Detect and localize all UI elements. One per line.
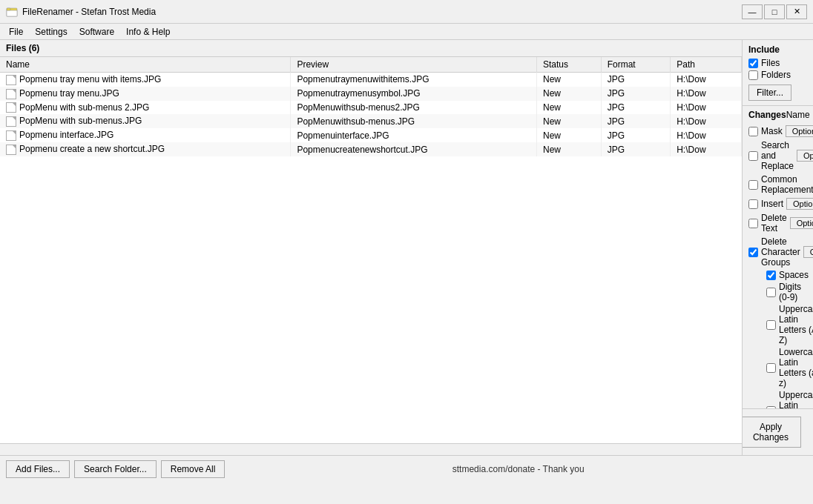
changes-title: Changes xyxy=(748,110,786,120)
filter-button[interactable]: Filter... xyxy=(748,84,791,101)
cell-status: New xyxy=(536,128,601,142)
window-title: FileRenamer - Stefan Trost Media xyxy=(22,7,742,17)
cell-name: Popmenu interface.JPG xyxy=(0,128,291,142)
changes-section: Changes Name ▲ ▼ Mask Options Search and… xyxy=(743,106,813,408)
cell-format: JPG xyxy=(601,101,671,115)
remove-all-button[interactable]: Remove All xyxy=(161,460,226,478)
col-preview: Preview xyxy=(291,57,537,73)
menu-file[interactable]: File xyxy=(3,25,29,39)
change-row: Delete Character Groups Options xyxy=(743,235,813,269)
close-button[interactable]: ✕ xyxy=(786,4,807,19)
table-header-row: Name Preview Status Format Path xyxy=(0,57,742,73)
col-status: Status xyxy=(536,57,601,73)
cell-preview: PopMenuwithsub-menus.JPG xyxy=(291,114,537,128)
sub-label[interactable]: Lowercase Latin Letters (a-z) xyxy=(779,347,813,388)
change-label[interactable]: Delete Text xyxy=(761,213,787,233)
svg-rect-2 xyxy=(7,8,10,10)
change-label[interactable]: Insert xyxy=(761,199,783,209)
cell-name: PopMenu with sub-menus 2.JPG xyxy=(0,101,291,115)
sub-checkbox-row: Uppercase Latin Diacritics (ÀÁÂ...) xyxy=(743,389,813,408)
changes-list[interactable]: Mask Options Search and Replace Options … xyxy=(743,122,813,408)
options-button[interactable]: Options xyxy=(786,125,813,137)
change-checkbox[interactable] xyxy=(748,180,758,190)
change-label[interactable]: Search and Replace xyxy=(761,140,794,171)
menu-settings[interactable]: Settings xyxy=(29,25,73,39)
folders-label[interactable]: Folders xyxy=(761,70,791,80)
sub-checkbox-row: Uppercase Latin Letters (A-Z) xyxy=(743,303,813,346)
folders-checkbox[interactable] xyxy=(748,70,758,80)
menu-software[interactable]: Software xyxy=(73,25,120,39)
cell-preview: Popmenutraymenuwithitems.JPG xyxy=(291,73,537,87)
file-icon xyxy=(6,102,16,113)
options-button[interactable]: Options xyxy=(803,246,813,258)
cell-path: H:\Dow xyxy=(671,87,742,101)
change-row: Common Replacements Options xyxy=(743,173,813,196)
options-button[interactable]: Options xyxy=(786,198,813,210)
change-label[interactable]: Delete Character Groups xyxy=(761,236,800,268)
table-row[interactable]: PopMenu with sub-menus 2.JPG PopMenuwith… xyxy=(0,101,742,115)
change-row: Mask Options xyxy=(743,124,813,139)
maximize-button[interactable]: □ xyxy=(764,4,785,19)
cell-status: New xyxy=(536,142,601,156)
sub-checkbox[interactable] xyxy=(766,320,776,330)
sub-label[interactable]: Spaces xyxy=(779,270,809,280)
menu-info-help[interactable]: Info & Help xyxy=(120,25,176,39)
change-checkbox[interactable] xyxy=(748,151,758,161)
cell-name: PopMenu with sub-menus.JPG xyxy=(0,114,291,128)
changes-header: Changes Name ▲ ▼ xyxy=(743,106,813,122)
files-label[interactable]: Files xyxy=(761,58,780,68)
change-checkbox[interactable] xyxy=(748,219,758,228)
sub-checkbox-row: Lowercase Latin Letters (a-z) xyxy=(743,346,813,389)
table-row[interactable]: PopMenu with sub-menus.JPG PopMenuwithsu… xyxy=(0,114,742,128)
cell-status: New xyxy=(536,87,601,101)
file-icon xyxy=(6,75,16,85)
cell-preview: PopMenuwithsub-menus2.JPG xyxy=(291,101,537,115)
changes-scroll-area: Mask Options Search and Replace Options … xyxy=(743,122,813,408)
sub-checkbox[interactable] xyxy=(766,271,776,280)
cell-preview: Popmenucreatenewshortcut.JPG xyxy=(291,142,537,156)
cell-status: New xyxy=(536,101,601,115)
cell-preview: Popmenutraymenusymbol.JPG xyxy=(291,87,537,101)
horizontal-scrollbar[interactable] xyxy=(0,443,742,455)
sub-label[interactable]: Uppercase Latin Diacritics (ÀÁÂ...) xyxy=(779,390,813,408)
cell-preview: Popmenuinterface.JPG xyxy=(291,128,537,142)
cell-format: JPG xyxy=(601,87,671,101)
sub-checkbox[interactable] xyxy=(766,363,776,373)
table-row[interactable]: Popmenu tray menu with items.JPG Popmenu… xyxy=(0,73,742,87)
table-row[interactable]: Popmenu interface.JPG Popmenuinterface.J… xyxy=(0,128,742,142)
change-label[interactable]: Common Replacements xyxy=(761,174,813,195)
search-folder-button[interactable]: Search Folder... xyxy=(74,460,157,478)
files-header: Files (6) xyxy=(0,40,742,57)
sub-label[interactable]: Uppercase Latin Letters (A-Z) xyxy=(779,304,813,345)
options-button[interactable]: Options xyxy=(797,150,813,162)
change-label[interactable]: Mask xyxy=(761,126,783,136)
col-format: Format xyxy=(601,57,671,73)
change-checkbox[interactable] xyxy=(748,127,758,136)
file-table-container[interactable]: Name Preview Status Format Path Popmenu … xyxy=(0,57,742,443)
cell-format: JPG xyxy=(601,73,671,87)
add-files-button[interactable]: Add Files... xyxy=(6,460,70,478)
table-row[interactable]: Popmenu tray menu.JPG Popmenutraymenusym… xyxy=(0,87,742,101)
change-checkbox[interactable] xyxy=(748,199,758,209)
sub-checkbox-row: Digits (0-9) xyxy=(743,281,813,303)
sub-label[interactable]: Digits (0-9) xyxy=(779,282,807,302)
change-row: Search and Replace Options xyxy=(743,139,813,173)
cell-format: JPG xyxy=(601,128,671,142)
minimize-button[interactable]: — xyxy=(742,4,763,19)
sub-checkbox-row: Spaces xyxy=(743,269,813,281)
col-path: Path xyxy=(671,57,742,73)
svg-rect-1 xyxy=(7,10,17,16)
apply-changes-button[interactable]: Apply Changes xyxy=(743,417,801,448)
file-table: Name Preview Status Format Path Popmenu … xyxy=(0,57,742,156)
apply-changes-row: Apply Changes xyxy=(743,408,813,455)
options-button[interactable]: Options xyxy=(790,217,813,229)
app-icon xyxy=(6,6,18,18)
change-checkbox[interactable] xyxy=(748,248,758,257)
folders-row: Folders xyxy=(748,70,807,80)
cell-status: New xyxy=(536,73,601,87)
table-row[interactable]: Popmenu create a new shortcut.JPG Popmen… xyxy=(0,142,742,156)
file-icon xyxy=(6,116,16,127)
sub-checkbox[interactable] xyxy=(766,288,776,297)
menubar: File Settings Software Info & Help xyxy=(0,24,813,40)
files-checkbox[interactable] xyxy=(748,59,758,68)
